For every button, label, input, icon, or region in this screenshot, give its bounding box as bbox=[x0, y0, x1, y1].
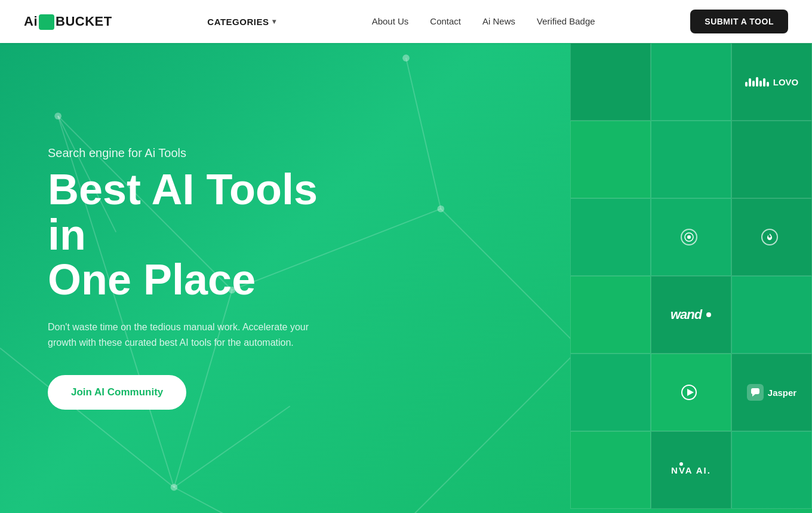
logo-bucket-text: BUCKET bbox=[56, 14, 112, 29]
grid-cell-empty-r2c2 bbox=[651, 121, 731, 198]
jasper-logo bbox=[681, 229, 702, 245]
grid-cell-empty-r4c3 bbox=[731, 276, 812, 354]
grid-cell-wand: wand bbox=[651, 276, 731, 354]
grid-cell-empty-r1c1 bbox=[570, 43, 651, 121]
grid-cell-pytorch bbox=[731, 198, 812, 276]
svg-point-22 bbox=[402, 54, 410, 62]
svg-marker-29 bbox=[687, 389, 694, 396]
hero-subtitle: Search engine for Ai Tools bbox=[48, 146, 358, 160]
hero-section: Search engine for Ai Tools Best AI Tools… bbox=[0, 0, 812, 513]
tools-grid: LOVO bbox=[570, 43, 812, 513]
grid-cell-empty-r2c3 bbox=[731, 121, 812, 198]
logo-icon bbox=[39, 14, 54, 30]
svg-line-3 bbox=[441, 209, 580, 348]
navbar: Ai BUCKET CATEGORIES ▾ About Us Contact … bbox=[0, 0, 812, 43]
grid-cell-jasper bbox=[651, 198, 731, 276]
reply-logo: Jasper bbox=[747, 384, 796, 401]
svg-point-26 bbox=[687, 235, 691, 239]
submit-tool-button[interactable]: SUBMIT A TOOL bbox=[690, 10, 788, 33]
wand-logo: wand bbox=[670, 307, 712, 322]
chevron-down-icon: ▾ bbox=[272, 17, 276, 26]
lovo-logo: LOVO bbox=[745, 77, 799, 87]
nav-categories[interactable]: CATEGORIES ▾ bbox=[207, 17, 276, 27]
nova-logo: NVA AI. bbox=[671, 465, 711, 475]
nav-link-about[interactable]: About Us bbox=[372, 16, 409, 26]
nav-link-contact[interactable]: Contact bbox=[430, 16, 461, 26]
svg-marker-31 bbox=[752, 394, 755, 397]
grid-cell-empty-r6c1 bbox=[570, 431, 651, 509]
svg-point-32 bbox=[679, 462, 683, 466]
logo-ai-text: Ai bbox=[24, 14, 38, 29]
logo[interactable]: Ai BUCKET bbox=[24, 14, 112, 29]
grid-cell-lovo: LOVO bbox=[731, 43, 812, 121]
svg-rect-30 bbox=[751, 388, 759, 394]
nav-link-badge[interactable]: Verified Badge bbox=[537, 16, 595, 26]
grid-cell-reply: Jasper bbox=[731, 354, 812, 431]
join-community-button[interactable]: Join AI Community bbox=[48, 375, 186, 410]
grid-cell-empty-r4c1 bbox=[570, 276, 651, 354]
grid-cell-empty-r3c1 bbox=[570, 198, 651, 276]
grid-cell-empty-r6c3 bbox=[731, 431, 812, 509]
grid-cell-roam bbox=[651, 354, 731, 431]
hero-description: Don't waste time on the tedious manual w… bbox=[48, 320, 334, 351]
svg-line-8 bbox=[406, 58, 441, 209]
roam-logo bbox=[681, 384, 702, 401]
grid-cell-empty-r2c1 bbox=[570, 121, 651, 198]
grid-cell-empty-r1c2 bbox=[651, 43, 731, 121]
nav-link-news[interactable]: Ai News bbox=[482, 16, 515, 26]
grid-cell-empty-r5c1 bbox=[570, 354, 651, 431]
svg-point-27 bbox=[706, 312, 711, 317]
grid-cell-nova: NVA AI. bbox=[651, 431, 731, 509]
hero-title: Best AI Tools in One Place bbox=[48, 167, 358, 303]
pytorch-logo bbox=[761, 229, 782, 245]
nav-links: About Us Contact Ai News Verified Badge bbox=[372, 16, 595, 27]
svg-point-17 bbox=[437, 205, 444, 213]
svg-line-5 bbox=[348, 348, 580, 513]
hero-content: Search engine for Ai Tools Best AI Tools… bbox=[0, 43, 382, 513]
